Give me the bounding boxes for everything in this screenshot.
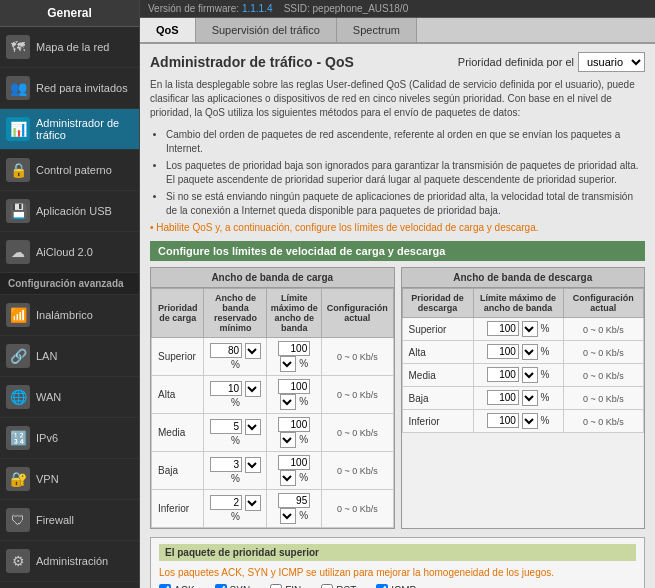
checkbox-item-icmp[interactable]: ICMP: [376, 584, 416, 588]
upload-max-0[interactable]: ▼ %: [267, 338, 322, 376]
priority-select-label: Prioridad definida por el: [458, 56, 574, 68]
download-max-input-1[interactable]: [487, 344, 519, 359]
sidebar-item-mapa[interactable]: 🗺 Mapa de la red: [0, 27, 139, 68]
download-max-2[interactable]: ▼ %: [473, 364, 563, 387]
upload-max-select-4[interactable]: ▼: [280, 508, 296, 524]
download-box: Ancho de banda de descarga Prioridad de …: [401, 267, 646, 529]
priority-packet-title: El paquete de prioridad superior: [159, 544, 636, 561]
upload-min-input-1[interactable]: [210, 381, 242, 396]
upload-header-max: Límite máximo de ancho de banda: [267, 289, 322, 338]
upload-max-input-3[interactable]: [278, 455, 310, 470]
upload-min-select-0[interactable]: ▼: [245, 343, 261, 359]
checkbox-fin[interactable]: [270, 584, 282, 588]
download-max-4[interactable]: ▼ %: [473, 410, 563, 433]
upload-table: Prioridad de carga Ancho de banda reserv…: [151, 288, 394, 528]
cloud-icon: ☁: [6, 240, 30, 264]
sidebar-item-lan[interactable]: 🔗 LAN: [0, 336, 139, 377]
checkbox-ack[interactable]: [159, 584, 171, 588]
sidebar-item-red-invitados[interactable]: 👥 Red para invitados: [0, 68, 139, 109]
checkbox-item-fin[interactable]: FIN: [270, 584, 301, 588]
upload-priority-0: Superior: [152, 338, 204, 376]
download-max-input-3[interactable]: [487, 390, 519, 405]
checkbox-rst[interactable]: [321, 584, 333, 588]
sidebar-item-label: Administrador de tráfico: [36, 117, 133, 141]
parental-icon: 🔒: [6, 158, 30, 182]
upload-max-2[interactable]: ▼ %: [267, 414, 322, 452]
priority-dropdown[interactable]: usuario MAC IP: [578, 52, 645, 72]
download-max-3[interactable]: ▼ %: [473, 387, 563, 410]
sidebar-item-aicloud[interactable]: ☁ AiCloud 2.0: [0, 232, 139, 273]
download-row: Inferior ▼ % 0 ~ 0 Kb/s: [402, 410, 644, 433]
checkbox-label-fin: FIN: [285, 585, 301, 589]
download-max-input-4[interactable]: [487, 413, 519, 428]
checkbox-icmp[interactable]: [376, 584, 388, 588]
wifi-icon: 📶: [6, 303, 30, 327]
download-max-input-2[interactable]: [487, 367, 519, 382]
tab-supervision[interactable]: Supervisión del tráfico: [196, 18, 337, 42]
sidebar-item-ipv6[interactable]: 🔢 IPv6: [0, 418, 139, 459]
download-max-input-0[interactable]: [487, 321, 519, 336]
upload-max-select-2[interactable]: ▼: [280, 432, 296, 448]
sidebar-item-wan[interactable]: 🌐 WAN: [0, 377, 139, 418]
upload-min-input-0[interactable]: [210, 343, 242, 358]
upload-min-0[interactable]: ▼ %: [204, 338, 267, 376]
tab-bar: QoS Supervisión del tráfico Spectrum: [140, 18, 655, 44]
upload-max-input-2[interactable]: [278, 417, 310, 432]
tab-spectrum[interactable]: Spectrum: [337, 18, 417, 42]
upload-min-input-3[interactable]: [210, 457, 242, 472]
upload-current-1: 0 ~ 0 Kb/s: [322, 376, 393, 414]
download-max-select-2[interactable]: ▼: [522, 367, 538, 383]
download-priority-2: Media: [402, 364, 473, 387]
qos-link[interactable]: • Habilite QoS y, a continuación, config…: [150, 222, 645, 233]
upload-max-input-0[interactable]: [278, 341, 310, 356]
tab-qos[interactable]: QoS: [140, 18, 196, 42]
sidebar-item-inalambrico[interactable]: 📶 Inalámbrico: [0, 295, 139, 336]
sidebar-item-administracion[interactable]: ⚙ Administración: [0, 541, 139, 582]
upload-max-select-1[interactable]: ▼: [280, 394, 296, 410]
upload-min-select-4[interactable]: ▼: [245, 495, 261, 511]
download-max-0[interactable]: ▼ %: [473, 318, 563, 341]
upload-min-4[interactable]: ▼ %: [204, 490, 267, 528]
checkbox-item-rst[interactable]: RST: [321, 584, 356, 588]
upload-header-priority: Prioridad de carga: [152, 289, 204, 338]
upload-max-select-0[interactable]: ▼: [280, 356, 296, 372]
upload-min-input-4[interactable]: [210, 495, 242, 510]
upload-min-input-2[interactable]: [210, 419, 242, 434]
bullet-2: Los paquetes de prioridad baja son ignor…: [166, 159, 645, 187]
sidebar-item-registro[interactable]: 📋 Registro del sistema: [0, 582, 139, 588]
upload-max-input-1[interactable]: [278, 379, 310, 394]
upload-min-select-1[interactable]: ▼: [245, 381, 261, 397]
download-max-1[interactable]: ▼ %: [473, 341, 563, 364]
top-bar: Versión de firmware: 1.1.1.4 SSID: pepep…: [140, 0, 655, 18]
sidebar-item-vpn[interactable]: 🔐 VPN: [0, 459, 139, 500]
upload-max-4[interactable]: ▼ %: [267, 490, 322, 528]
download-max-select-0[interactable]: ▼: [522, 321, 538, 337]
checkbox-item-syn[interactable]: SYN: [215, 584, 251, 588]
download-current-4: 0 ~ 0 Kb/s: [563, 410, 643, 433]
upload-max-1[interactable]: ▼ %: [267, 376, 322, 414]
sidebar-item-usb[interactable]: 💾 Aplicación USB: [0, 191, 139, 232]
checkbox-item-ack[interactable]: ACK: [159, 584, 195, 588]
upload-min-3[interactable]: ▼ %: [204, 452, 267, 490]
sidebar-item-trafico[interactable]: 📊 Administrador de tráfico: [0, 109, 139, 150]
upload-priority-2: Media: [152, 414, 204, 452]
checkbox-syn[interactable]: [215, 584, 227, 588]
sidebar-item-control-paterno[interactable]: 🔒 Control paterno: [0, 150, 139, 191]
download-row: Alta ▼ % 0 ~ 0 Kb/s: [402, 341, 644, 364]
upload-min-select-3[interactable]: ▼: [245, 457, 261, 473]
checkbox-label-icmp: ICMP: [391, 585, 416, 589]
upload-min-1[interactable]: ▼ %: [204, 376, 267, 414]
upload-max-3[interactable]: ▼ %: [267, 452, 322, 490]
sidebar-item-label: WAN: [36, 391, 61, 403]
download-max-select-3[interactable]: ▼: [522, 390, 538, 406]
upload-max-input-4[interactable]: [278, 493, 310, 508]
bandwidth-row: Ancho de banda de carga Prioridad de car…: [150, 267, 645, 529]
firmware-version[interactable]: 1.1.1.4: [242, 3, 273, 14]
upload-max-select-3[interactable]: ▼: [280, 470, 296, 486]
upload-min-2[interactable]: ▼ %: [204, 414, 267, 452]
download-max-select-1[interactable]: ▼: [522, 344, 538, 360]
sidebar-item-firewall[interactable]: 🛡 Firewall: [0, 500, 139, 541]
download-max-select-4[interactable]: ▼: [522, 413, 538, 429]
upload-min-select-2[interactable]: ▼: [245, 419, 261, 435]
sidebar-item-label: Inalámbrico: [36, 309, 93, 321]
